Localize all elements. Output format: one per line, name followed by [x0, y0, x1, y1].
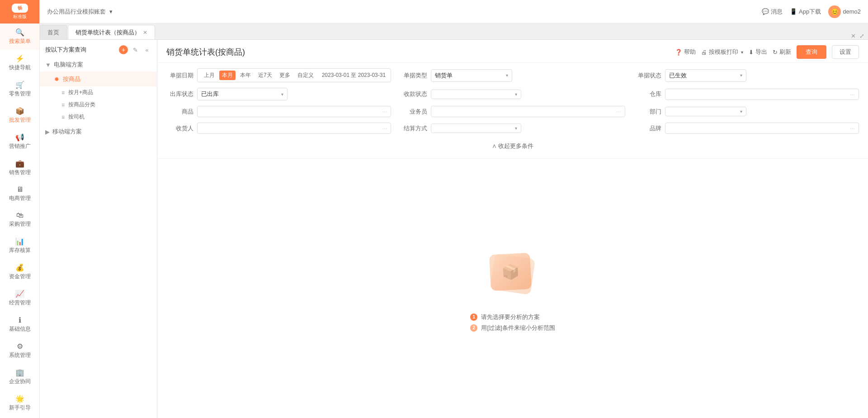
tab-label: 首页 [47, 28, 59, 37]
setting-btn[interactable]: 设置 [832, 45, 859, 59]
empty-box-front: 📦 [489, 252, 532, 291]
product-input[interactable]: ··· [197, 106, 391, 117]
nav-icon: ⚡ [15, 54, 24, 63]
tab-close-btn[interactable]: ✕ [143, 29, 147, 36]
user-profile-btn[interactable]: 😊 demo2 [828, 5, 861, 18]
collapse-filters-btn[interactable]: ∧ 收起更多条件 [166, 139, 859, 153]
scheme-group-header-mobile[interactable]: ▶ 移动端方案 [40, 125, 157, 138]
edit-scheme-btn[interactable]: ✎ [131, 45, 140, 54]
payment-status-label: 收款状态 [400, 90, 427, 98]
scheme-item-by-product[interactable]: ● 按商品 [40, 71, 157, 86]
sidebar-item-ecommerce[interactable]: 🖥 电商管理 [0, 181, 39, 207]
export-btn[interactable]: ⬇ 导出 [749, 48, 767, 56]
salesperson-label: 业务员 [400, 108, 427, 116]
date-range-value: 2023-03-01 至 2023-03-31 [322, 71, 386, 79]
sidebar-item-finance[interactable]: 💰 资金管理 [0, 259, 39, 285]
help-label: 帮助 [684, 48, 696, 56]
topbar: 办公用品行业模拟账套 ▾ 💬 消息 📱 App下载 😊 demo2 [40, 0, 868, 24]
collapse-panel-btn[interactable]: « [142, 45, 151, 54]
salesperson-input[interactable]: ··· [431, 106, 625, 117]
app-download-btn[interactable]: 📱 App下载 [790, 8, 821, 16]
topbar-title: 办公用品行业模拟账套 ▾ [47, 8, 756, 16]
sidebar-item-basic[interactable]: ℹ 基础信息 [0, 311, 39, 337]
settlement-arrow: ▾ [515, 126, 517, 131]
date-tab-last-month[interactable]: 上月 [201, 71, 217, 80]
list-icon: ≡ [61, 102, 65, 108]
date-tab-more[interactable]: 更多 [277, 71, 293, 80]
sidebar-item-system[interactable]: ⚙ 系统管理 [0, 337, 39, 364]
salesperson-dots[interactable]: ··· [616, 108, 621, 115]
topbar-dropdown[interactable]: ▾ [109, 8, 113, 15]
close-window-btn[interactable]: ✕ [851, 33, 856, 39]
product-dots[interactable]: ··· [382, 108, 387, 115]
product-label: 商品 [166, 108, 193, 116]
tabbar: 首页 销货单统计表（按商品） ✕ ✕ ⤢ [40, 24, 868, 40]
receiver-input[interactable]: ··· [197, 123, 391, 134]
print-btn[interactable]: 🖨 按模板打印 ▾ [701, 48, 743, 56]
wholesale-icon: 📦 [15, 107, 24, 115]
payment-status-select[interactable]: ▾ [431, 90, 521, 99]
sidebar-item-marketing[interactable]: 📢 营销推广 [0, 128, 39, 155]
sidebar-item-wholesale[interactable]: 📦 批发管理 [0, 102, 39, 128]
sidebar-item-newbie[interactable]: 🌟 新手引导 [0, 390, 39, 416]
empty-box-icon: 📦 [501, 262, 520, 280]
date-tab-custom[interactable]: 自定义 [295, 71, 316, 80]
scheme-group-desktop: ▼ 电脑端方案 ● 按商品 ≡ 按月+商品 ≡ 按商品分类 ≡ 按司机 [40, 58, 157, 123]
scheme-item-by-month-product[interactable]: ≡ 按月+商品 [40, 86, 157, 99]
date-tab-this-year[interactable]: 本年 [237, 71, 254, 80]
page-actions: ❓ 帮助 🖨 按模板打印 ▾ ⬇ 导出 ↻ 刷新 [675, 45, 859, 59]
brand-input[interactable]: ··· [665, 123, 859, 134]
filter-doc-status: 单据状态 已生效 ▾ [634, 69, 859, 82]
brand-dots[interactable]: ··· [850, 125, 855, 132]
tab-sales-stat[interactable]: 销货单统计表（按商品） ✕ [68, 25, 155, 39]
scheme-item-by-product-category[interactable]: ≡ 按商品分类 [40, 99, 157, 111]
empty-illustration: 📦 [481, 242, 544, 306]
date-tab-this-month[interactable]: 本月 [219, 71, 236, 80]
refresh-btn[interactable]: ↻ 刷新 [773, 48, 791, 56]
inventory-icon: 📊 [15, 237, 24, 246]
warehouse-dots[interactable]: ··· [850, 91, 855, 98]
date-tab-last-7[interactable]: 近7天 [255, 71, 275, 80]
out-status-select[interactable]: 已出库 ▾ [197, 88, 288, 100]
hint-dot-1: 1 [470, 314, 477, 321]
scheme-item-label: 按商品 [63, 75, 80, 83]
sidebar-item-label: 基础信息 [9, 325, 31, 333]
hint-text-1: 请先选择要分析的方案 [481, 313, 540, 321]
sidebar-item-operation[interactable]: 📈 经营管理 [0, 285, 39, 311]
tab-home[interactable]: 首页 [40, 25, 67, 39]
sidebar-item-enterprise[interactable]: 🏢 企业协同 [0, 364, 39, 390]
warehouse-input[interactable]: ··· [665, 89, 859, 100]
sidebar-item-label: 搜索菜单 [9, 38, 31, 45]
sidebar-item-purchase[interactable]: 🛍 采购管理 [0, 207, 39, 233]
filter-row-2: 出库状态 已出库 ▾ 收款状态 ▾ 仓库 [166, 88, 859, 100]
doc-status-value: 已生效 [669, 71, 738, 80]
department-select[interactable]: ▾ [665, 107, 746, 116]
enterprise-icon: 🏢 [15, 368, 24, 377]
scheme-group-header-desktop[interactable]: ▼ 电脑端方案 [40, 58, 157, 71]
industry-label: 办公用品行业模拟账套 [47, 8, 106, 16]
help-btn[interactable]: ❓ 帮助 [675, 48, 696, 56]
print-dropdown-icon[interactable]: ▾ [741, 50, 743, 55]
empty-hints: 1 请先选择要分析的方案 2 用[过滤]条件来缩小分析范围 [470, 313, 555, 335]
left-panel-title: 按以下方案查询 [45, 46, 86, 54]
sidebar-item-quick-nav[interactable]: ⚡ 快捷导航 [0, 50, 39, 76]
logo-area: 畅 标准版 [0, 0, 39, 24]
settlement-select[interactable]: ▾ [431, 124, 521, 133]
newbie-icon: 🌟 [15, 394, 24, 403]
doc-status-select[interactable]: 已生效 ▾ [665, 69, 746, 82]
sidebar-item-sales[interactable]: 💼 销售管理 [0, 155, 39, 181]
sidebar-item-retail[interactable]: 🛒 零售管理 [0, 76, 39, 102]
department-arrow: ▾ [740, 109, 742, 114]
tab-maximize-area: ✕ ⤢ [851, 33, 868, 39]
query-btn[interactable]: 查询 [797, 45, 826, 59]
sidebar-item-inventory[interactable]: 📊 库存核算 [0, 233, 39, 259]
message-btn[interactable]: 💬 消息 [762, 8, 783, 16]
scheme-item-by-cashier[interactable]: ≡ 按司机 [40, 111, 157, 123]
doc-type-select[interactable]: 销货单 ▾ [431, 69, 512, 82]
sidebar-item-search-menu[interactable]: 🔍 搜索菜单 [0, 24, 39, 50]
receiver-dots[interactable]: ··· [382, 125, 387, 132]
maximize-btn[interactable]: ⤢ [859, 33, 864, 39]
sidebar-item-app-center[interactable]: 📱 应用中心 [0, 416, 39, 418]
add-scheme-btn[interactable]: + [119, 45, 128, 54]
sidebar-item-label: 采购管理 [9, 220, 31, 228]
